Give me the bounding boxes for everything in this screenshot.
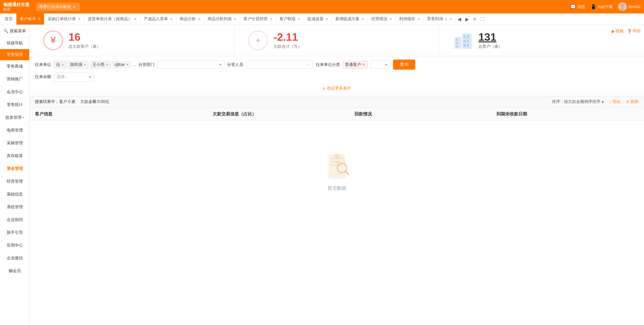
- result-customer-unit: 家: [72, 99, 76, 104]
- unit-tag-wu-close[interactable]: ✕: [61, 63, 64, 67]
- tab-operations-label: 经营情况: [371, 16, 387, 22]
- person-filter-label: 分管人员: [227, 62, 243, 68]
- tab-operations-close[interactable]: ✕: [389, 17, 392, 21]
- stat-icon-debt: ✦: [248, 30, 268, 50]
- sidebar-item-inventory[interactable]: 库存核算: [0, 150, 29, 162]
- sidebar-item-wholesale[interactable]: 批发管理 ▾: [0, 111, 29, 124]
- unit-tag-chen[interactable]: 陈民强 ✕: [68, 61, 89, 69]
- unit-type-select[interactable]: ▾: [370, 61, 390, 69]
- collapse-btn[interactable]: ∧ 收起更多条件: [323, 84, 351, 93]
- tab-retail-profit-close[interactable]: ✕: [449, 17, 452, 21]
- person-select-more[interactable]: ···: [307, 62, 310, 67]
- refresh-btn[interactable]: ↺ 刷新: [626, 99, 639, 105]
- sidebar-item-marketing[interactable]: 营销推广: [0, 73, 29, 86]
- sidebar-item-member[interactable]: 会员中心: [0, 86, 29, 99]
- tab-home[interactable]: 首页: [1, 13, 16, 25]
- sidebar-item-basic-info[interactable]: 基础信息: [0, 188, 29, 201]
- sidebar-search[interactable]: 🔍 搜索菜单: [0, 25, 29, 38]
- tab-retail-profit[interactable]: 零售利润（ ✕: [424, 13, 456, 25]
- unit-type-tag-close[interactable]: ✕: [362, 62, 365, 67]
- tab-fullscreen-btn[interactable]: ⛶: [478, 17, 486, 22]
- tab-add-promotion-close[interactable]: ✕: [361, 17, 364, 21]
- tab-customer-book-close[interactable]: ✕: [38, 17, 41, 21]
- tab-close-all-btn[interactable]: ✕: [471, 17, 478, 22]
- tab-prev-btn[interactable]: ◀: [456, 16, 463, 22]
- user-profile-btn[interactable]: demo2: [618, 2, 641, 11]
- tab-customer-segment-close[interactable]: ✕: [270, 17, 272, 21]
- unit-tag-wang-close[interactable]: ✕: [106, 63, 109, 67]
- tab-profit-report-label: 利润报告: [399, 16, 415, 22]
- tab-purchase-order-close[interactable]: ✕: [78, 17, 81, 21]
- tab-produce-stock-close[interactable]: ✕: [170, 17, 173, 21]
- table-area: 客户信息 欠款交易信息（占比） 回款情况 到期未收款日期: [30, 108, 644, 325]
- sidebar-item-retail-mall[interactable]: 零售商城: [0, 60, 29, 73]
- export-btn[interactable]: ↑ 导出: [609, 99, 620, 105]
- workspace-arrow-icon: ▾: [73, 5, 75, 9]
- unit-tag-more[interactable]: ...: [132, 62, 136, 67]
- col-debt-info: 欠款交易信息（占比）: [213, 111, 355, 117]
- tab-goods-analysis[interactable]: 商品分析 ✕: [176, 13, 204, 25]
- app-icon: 📱: [591, 4, 596, 9]
- sidebar-item-vip[interactable]: 畅会员: [0, 265, 29, 278]
- sidebar-item-purchase-label: 采购管理: [7, 141, 23, 145]
- unit-tag-wang[interactable]: 王小亮 ✕: [90, 61, 111, 69]
- tab-produce-stock[interactable]: 产成品入库单 ✕: [140, 13, 176, 25]
- query-button[interactable]: 查询: [393, 60, 415, 70]
- dept-select[interactable]: ▾: [157, 61, 224, 69]
- sidebar-item-operations[interactable]: 经营管理: [0, 175, 29, 188]
- sidebar-item-app-center[interactable]: 应用中心: [0, 239, 29, 252]
- table-header: 客户信息 欠款交易信息（占比） 回款情况 到期未收款日期: [30, 108, 644, 121]
- tab-goods-analysis-label: 商品分析: [180, 16, 196, 22]
- tab-profit-report-close[interactable]: ✕: [417, 17, 420, 21]
- sidebar-item-system[interactable]: 系统管理: [0, 201, 29, 214]
- tab-next-btn[interactable]: ▶: [463, 16, 471, 22]
- tab-promotion-settings[interactable]: 提成设置 ✕: [304, 13, 332, 25]
- empty-text: 暂无数据: [328, 185, 346, 191]
- tab-produce-stock-label: 产成品入库单: [144, 16, 168, 22]
- unit-tag-wu[interactable]: 伍 ✕: [54, 61, 67, 69]
- sidebar-item-ecommerce[interactable]: 电商管理: [0, 124, 29, 137]
- sidebar-item-finance[interactable]: 资金管理: [0, 162, 29, 175]
- tab-add-promotion[interactable]: 新增提成方案 ✕: [332, 13, 368, 25]
- tab-stock-in-close[interactable]: ✕: [134, 17, 137, 21]
- app-download-btn[interactable]: 📱 App下载: [591, 4, 613, 10]
- sidebar-item-vip-label: 畅会员: [9, 268, 21, 273]
- dept-select-arrow: ▾: [219, 62, 221, 67]
- tab-promotion-settings-close[interactable]: ✕: [326, 17, 328, 21]
- svg-rect-13: [467, 44, 469, 47]
- unit-tag-cj-close[interactable]: ✕: [126, 63, 129, 67]
- tab-customer-segment[interactable]: 客户分层经营 ✕: [240, 13, 276, 25]
- unit-tag-cj[interactable]: cjttcw ✕: [112, 61, 131, 68]
- sidebar-item-new-guide[interactable]: 新手引导: [0, 226, 29, 239]
- tab-goods-analysis-close[interactable]: ✕: [198, 17, 201, 21]
- tab-customer-book[interactable]: 客户账本 ✕: [16, 13, 44, 25]
- tab-customer-contact[interactable]: 客户联络 ✕: [276, 13, 304, 25]
- sidebar-item-retail-stats[interactable]: 零售统计: [0, 99, 29, 111]
- sidebar-item-operations-label: 经营管理: [7, 179, 23, 184]
- tab-goods-analysis-list-close[interactable]: ✕: [234, 17, 237, 21]
- help-btn[interactable]: ❓ 帮助: [627, 28, 641, 34]
- unit-type-tag[interactable]: 普通客户 ✕: [343, 61, 368, 69]
- tab-purchase-order[interactable]: 采购订单统计表 ✕: [44, 13, 84, 25]
- person-select[interactable]: ···: [246, 61, 313, 69]
- tab-stock-in[interactable]: 进货单统计表（按商品） ✕: [84, 13, 140, 25]
- result-debt-label: 欠款金额: [80, 99, 96, 104]
- sidebar-quick-nav[interactable]: 快捷导航: [0, 38, 29, 49]
- sort-btn[interactable]: 排序：按欠款金额倒序排序 ▾: [552, 99, 604, 105]
- surplus-select[interactable]: 选择... ▾: [54, 72, 94, 81]
- workspace-selector[interactable]: 母婴行业演示账套 ▾: [36, 3, 80, 11]
- tab-operations[interactable]: 经营情况 ✕: [368, 13, 396, 25]
- sidebar-item-enterprise-wechat[interactable]: 企业微信: [0, 252, 29, 265]
- unit-tag-chen-close[interactable]: ✕: [84, 63, 86, 67]
- sidebar-retail-mgmt[interactable]: 零售管理: [0, 49, 29, 60]
- message-btn[interactable]: 💬 消息: [570, 4, 585, 10]
- tab-goods-analysis-list[interactable]: 商品分析列表 ✕: [204, 13, 240, 25]
- sidebar-item-purchase[interactable]: 采购管理: [0, 137, 29, 150]
- tab-profit-report[interactable]: 利润报告 ✕: [396, 13, 424, 25]
- svg-rect-9: [467, 35, 469, 38]
- video-btn[interactable]: ▶ 视频: [612, 28, 624, 34]
- svg-rect-16: [456, 46, 458, 47]
- tab-customer-contact-close[interactable]: ✕: [298, 17, 300, 21]
- sidebar-item-collab[interactable]: 企业协同: [0, 214, 29, 226]
- tab-home-label: 首页: [5, 16, 13, 22]
